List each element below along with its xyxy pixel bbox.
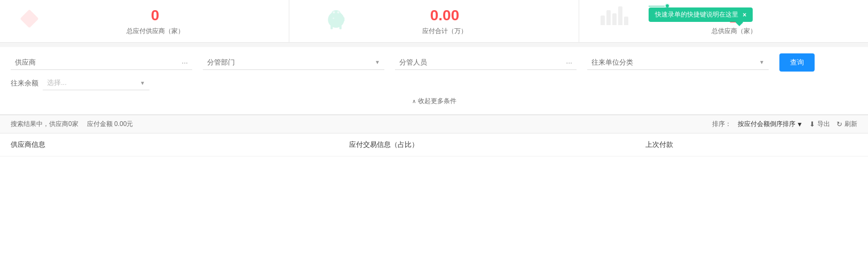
export-icon: ⬇ xyxy=(809,120,815,128)
unit-class-arrow[interactable]: ▼ xyxy=(759,59,764,65)
department-label: 分管部门 xyxy=(207,58,235,67)
export-label: 导出 xyxy=(817,120,830,129)
svg-point-3 xyxy=(332,10,341,16)
col-supplier-header: 供应商信息 xyxy=(11,140,349,150)
filter-bar: 供应商 ··· 分管部门 ▼ 分管人员 ··· 往来单位分类 ▼ 查询 xyxy=(0,47,868,115)
tooltip-line xyxy=(649,6,665,6)
piggy-icon xyxy=(321,4,351,34)
stat-payable-total: 0.00 应付合计（万） xyxy=(289,0,579,42)
supplier-label: 供应商 xyxy=(15,58,36,67)
sort-value-text: 按应付会额倒序排序 xyxy=(738,120,795,129)
tooltip-area: 快速录单的快捷键说明在这里 × xyxy=(649,3,670,9)
results-amount: 应付金额 0.00元 xyxy=(87,120,133,129)
results-bar: 搜索结果中，供应商0家 应付金额 0.00元 排序： 按应付会额倒序排序 ▼ ⬇… xyxy=(0,115,868,133)
unit-class-label: 往来单位分类 xyxy=(591,58,633,67)
filter-manager: 分管人员 ··· xyxy=(395,56,577,70)
svg-point-4 xyxy=(333,11,335,13)
tooltip-close[interactable]: × xyxy=(743,11,746,19)
collapse-chevron-icon: ∧ xyxy=(412,98,416,104)
tooltip-text: 快速录单的快捷键说明在这里 xyxy=(655,10,738,19)
results-summary: 搜索结果中，供应商0家 xyxy=(11,120,78,129)
diamond-icon xyxy=(16,5,43,32)
table-header: 供应商信息 应付交易信息（占比） 上次付款 xyxy=(0,133,868,156)
results-left: 搜索结果中，供应商0家 应付金额 0.00元 xyxy=(11,120,133,129)
collapse-button[interactable]: ∧ 收起更多条件 xyxy=(402,95,466,108)
filter-row-1: 供应商 ··· 分管部门 ▼ 分管人员 ··· 往来单位分类 ▼ 查询 xyxy=(11,53,857,72)
balance-placeholder: 选择... xyxy=(47,78,140,88)
query-button[interactable]: 查询 xyxy=(779,53,815,72)
payable-total-number: 0.00 xyxy=(430,6,460,25)
payable-suppliers-label: 总应付供应商（家） xyxy=(127,27,184,36)
collapse-label: 收起更多条件 xyxy=(418,97,456,106)
stat-payable-suppliers: 0 总应付供应商（家） xyxy=(0,0,289,42)
total-suppliers-label: 总供应商（家） xyxy=(712,27,756,36)
refresh-button[interactable]: ↻ 刷新 xyxy=(837,120,857,129)
filter-department: 分管部门 ▼ xyxy=(203,56,384,70)
department-input[interactable] xyxy=(239,58,375,66)
table-body xyxy=(0,156,868,275)
filter-supplier: 供应商 ··· xyxy=(11,56,192,70)
collapse-row: ∧ 收起更多条件 xyxy=(11,92,857,110)
filter-row-2: 往来余额 选择... ▼ xyxy=(11,76,857,90)
svg-rect-8 xyxy=(340,26,342,29)
svg-rect-7 xyxy=(331,26,333,29)
manager-input[interactable] xyxy=(431,58,566,66)
svg-rect-6 xyxy=(342,17,345,21)
results-right: 排序： 按应付会额倒序排序 ▼ ⬇ 导出 ↻ 刷新 xyxy=(712,120,857,129)
stats-bar: 0 总应付供应商（家） 0.00 应付合计（万） xyxy=(0,0,868,43)
svg-point-9 xyxy=(333,18,335,19)
refresh-label: 刷新 xyxy=(845,120,857,129)
sort-label: 排序： xyxy=(712,120,731,129)
tooltip-popup: 快速录单的快捷键说明在这里 × xyxy=(649,7,753,22)
manager-label: 分管人员 xyxy=(399,58,427,67)
unit-class-input[interactable] xyxy=(637,58,759,66)
supplier-dots[interactable]: ··· xyxy=(182,58,188,67)
payable-total-label: 应付合计（万） xyxy=(422,27,467,36)
balance-arrow: ▼ xyxy=(140,80,145,86)
payable-suppliers-number: 0 xyxy=(151,6,160,25)
filter-unit-class: 往来单位分类 ▼ xyxy=(587,56,769,70)
supplier-input[interactable] xyxy=(40,58,182,66)
graph-icon xyxy=(601,6,628,25)
refresh-icon: ↻ xyxy=(837,120,842,128)
export-button[interactable]: ⬇ 导出 xyxy=(809,120,830,129)
manager-dots[interactable]: ··· xyxy=(566,58,572,67)
department-arrow[interactable]: ▼ xyxy=(375,59,380,65)
col-lastpay-header: 上次付款 xyxy=(645,140,857,150)
sort-value[interactable]: 按应付会额倒序排序 ▼ xyxy=(738,120,803,129)
sort-arrow-icon: ▼ xyxy=(796,121,803,128)
svg-point-5 xyxy=(337,11,340,13)
stat-total-suppliers: 快速录单的快捷键说明在这里 × 0 总供应商（家） xyxy=(579,0,868,42)
col-payable-header: 应付交易信息（占比） xyxy=(349,140,645,150)
balance-label: 往来余额 xyxy=(11,78,38,88)
balance-select[interactable]: 选择... ▼ xyxy=(43,76,149,90)
